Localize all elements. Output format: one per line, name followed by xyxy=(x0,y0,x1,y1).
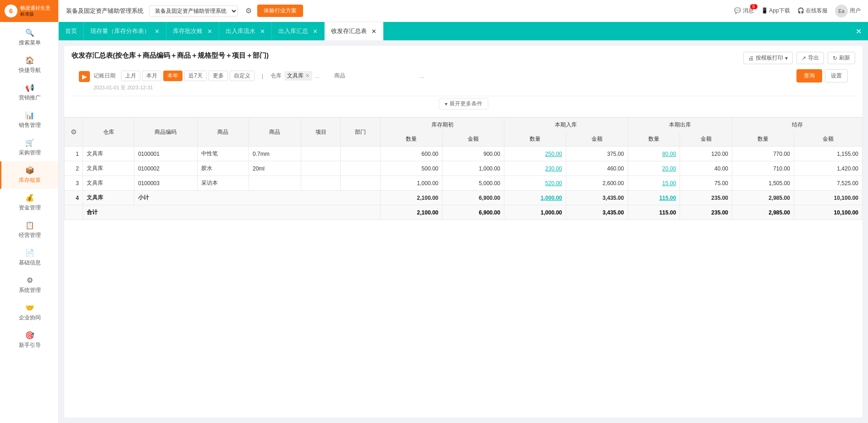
sidebar-item-enterprise[interactable]: 🤝企业协同 xyxy=(0,299,58,326)
row-bal-qty: 770.00 xyxy=(732,147,794,161)
main-area: 装备及固定资产辅助管理系统 装备及固定资产辅助管理系统 ⚙ 体验行业方案 💬 6… xyxy=(59,0,868,423)
total-label: 合计 xyxy=(83,205,381,220)
row-warehouse: 文具库 xyxy=(83,147,134,161)
row-out-qty[interactable]: 15.00 xyxy=(628,176,680,191)
refresh-btn[interactable]: ↻ 刷新 xyxy=(828,52,855,64)
tab-close-btn[interactable]: ✕ xyxy=(207,28,212,35)
system-selector[interactable]: 装备及固定资产辅助管理系统 xyxy=(149,5,238,16)
date-option-btn[interactable]: 上月 xyxy=(121,71,140,81)
tab-batch[interactable]: 库存批次账✕ xyxy=(166,22,219,40)
sidebar-item-system[interactable]: ⚙系统管理 xyxy=(0,271,58,299)
warehouse-label: 仓库 xyxy=(271,72,282,80)
search-icon: 🔍 xyxy=(25,28,34,37)
row-in-qty[interactable]: 250.00 xyxy=(504,147,566,161)
filter-toggle-btn[interactable]: ▶ xyxy=(79,71,90,82)
message-count: 6 xyxy=(750,4,757,9)
row-bal-amt: 1,420.00 xyxy=(794,161,862,176)
date-option-btn[interactable]: 更多 xyxy=(209,71,228,81)
sidebar-item-sales[interactable]: 📊销售管理 xyxy=(0,106,58,134)
app-download-btn[interactable]: 📱 App下载 xyxy=(761,7,790,15)
settings-icon[interactable]: ⚙ xyxy=(245,6,252,15)
sidebar-item-label: 营销推广 xyxy=(19,94,41,102)
tab-close-btn[interactable]: ✕ xyxy=(155,28,160,35)
row-project xyxy=(301,147,341,161)
inventory-icon: 📦 xyxy=(25,166,34,175)
total-row: 合计 2,100.00 6,900.00 1,000.00 3,435.00 1… xyxy=(65,205,862,220)
row-out-qty[interactable]: 20.00 xyxy=(628,161,680,176)
out-amt-header: 金额 xyxy=(680,132,732,147)
tabs-close-all-btn[interactable]: ✕ xyxy=(849,27,868,36)
tab-inout_flow[interactable]: 出入库流水✕ xyxy=(219,22,272,40)
row-out-qty[interactable]: 80.00 xyxy=(628,147,680,161)
date-option-btn[interactable]: 近7天 xyxy=(184,71,207,81)
trial-btn[interactable]: 体验行业方案 xyxy=(257,5,303,17)
subtotal-bal-qty: 2,985.00 xyxy=(732,191,794,205)
date-options: 上月本月本年近7天更多自定义 xyxy=(121,71,254,81)
sidebar-item-label: 经营管理 xyxy=(19,231,41,239)
tab-label: 收发存汇总表 xyxy=(331,27,367,35)
tab-recv_summary[interactable]: 收发存汇总表✕ xyxy=(325,22,383,40)
finance-icon: 💰 xyxy=(25,193,34,202)
warehouse-tag: 文具库 ✕ xyxy=(284,71,312,81)
date-option-btn[interactable]: 本月 xyxy=(142,71,161,81)
tab-label: 出入库汇总 xyxy=(278,27,308,35)
tabs-bar: 首页现存量（库存分布表）✕库存批次账✕出入库流水✕出入库汇总✕收发存汇总表✕✕ xyxy=(59,22,868,40)
sidebar-item-search[interactable]: 🔍搜索菜单 xyxy=(0,24,58,51)
expand-more-btn[interactable]: ▾ 展开更多条件 xyxy=(439,98,488,110)
total-out-amt: 235.00 xyxy=(680,205,732,220)
sidebar-item-label: 搜索菜单 xyxy=(19,39,41,47)
row-dept xyxy=(341,147,381,161)
sidebar: 6 畅捷通好生意 标准版 🔍搜索菜单🏠快捷导航📢营销推广📊销售管理🛒采购管理📦库… xyxy=(0,0,59,423)
tab-stock_dist[interactable]: 现存量（库存分布表）✕ xyxy=(84,22,166,40)
sidebar-item-operation[interactable]: 📋经营管理 xyxy=(0,216,58,244)
date-option-btn[interactable]: 本年 xyxy=(163,71,182,81)
product-input[interactable] xyxy=(348,73,417,79)
row-project xyxy=(301,176,341,191)
print-btn[interactable]: 🖨 按模板打印 ▾ xyxy=(743,52,793,64)
message-badge[interactable]: 💬 6 消息 xyxy=(734,7,753,15)
date-sep: | xyxy=(262,73,263,79)
subtotal-out-qty[interactable]: 115.00 xyxy=(628,191,680,205)
refresh-icon: ↻ xyxy=(833,55,837,61)
sidebar-item-inventory[interactable]: 📦库存核算 xyxy=(0,161,58,189)
tab-close-btn[interactable]: ✕ xyxy=(371,28,376,35)
enterprise-icon: 🤝 xyxy=(25,303,34,312)
row-index: 2 xyxy=(65,161,83,176)
row-index: 1 xyxy=(65,147,83,161)
col-gear[interactable]: ⚙ xyxy=(65,118,83,147)
warehouse-more-btn[interactable]: ... xyxy=(315,73,320,79)
tab-inout_summary[interactable]: 出入库汇总✕ xyxy=(272,22,325,40)
sidebar-item-guide[interactable]: 🎯新手引导 xyxy=(0,326,58,354)
subtotal-bal-amt: 10,100.00 xyxy=(794,191,862,205)
col-dept-header: 部门 xyxy=(341,118,381,147)
sidebar-item-basic[interactable]: 📄基础信息 xyxy=(0,244,58,271)
sidebar-item-marketing[interactable]: 📢营销推广 xyxy=(0,79,58,106)
subtotal-warehouse: 文具库 xyxy=(83,191,134,205)
subtotal-in-qty[interactable]: 1,000.00 xyxy=(504,191,566,205)
data-table: ⚙ 仓库 商品编码 商品 商品 项目 部门 库存期初 本期入库 本期出库 结存 xyxy=(64,117,862,220)
subtotal-idx: 4 xyxy=(65,191,83,205)
col-name-header: 商品 xyxy=(197,118,249,147)
tab-close-btn[interactable]: ✕ xyxy=(260,28,265,35)
row-in-qty[interactable]: 520.00 xyxy=(504,176,566,191)
subtotal-in-amt: 3,435.00 xyxy=(566,191,628,205)
date-option-btn[interactable]: 自定义 xyxy=(230,71,254,81)
in-qty-header: 数量 xyxy=(504,132,566,147)
sidebar-item-quicknav[interactable]: 🏠快捷导航 xyxy=(0,51,58,79)
tab-close-btn[interactable]: ✕ xyxy=(313,28,318,35)
row-in-qty[interactable]: 230.00 xyxy=(504,161,566,176)
export-btn[interactable]: ↗ 导出 xyxy=(796,52,824,64)
export-icon: ↗ xyxy=(802,55,806,61)
filter-settings-btn[interactable]: 设置 xyxy=(825,69,848,82)
sidebar-item-purchase[interactable]: 🛒采购管理 xyxy=(0,134,58,161)
online-service-btn[interactable]: 🎧 在线客服 xyxy=(797,7,828,15)
user-area[interactable]: Ea 用户 xyxy=(835,5,861,17)
query-btn[interactable]: 查询 xyxy=(796,69,822,82)
row-project xyxy=(301,161,341,176)
warehouse-remove-btn[interactable]: ✕ xyxy=(305,73,310,79)
tab-home[interactable]: 首页 xyxy=(59,22,84,40)
message-icon: 💬 xyxy=(734,7,741,14)
subtotal-out-amt: 235.00 xyxy=(680,191,732,205)
sidebar-item-finance[interactable]: 💰资金管理 xyxy=(0,189,58,216)
product-more-btn[interactable]: ... xyxy=(420,73,424,79)
